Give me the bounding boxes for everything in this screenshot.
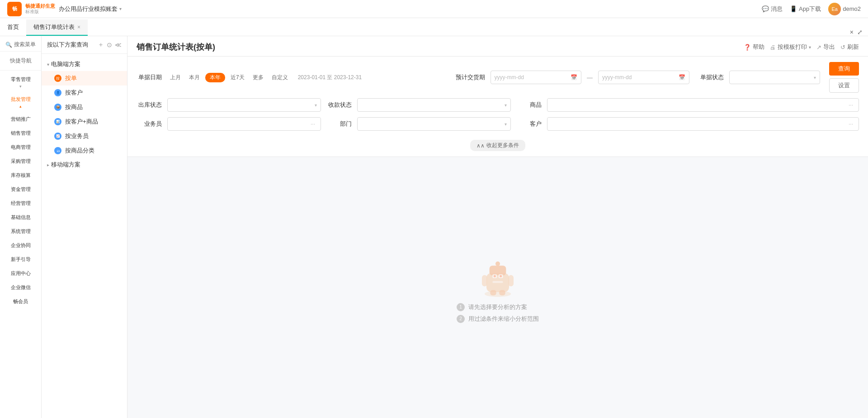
bill-status-select[interactable]: ▾ — [729, 71, 820, 84]
ship-status-select[interactable]: ▾ — [167, 98, 321, 112]
sidebar: 🔍 搜索菜单 快捷导航 零售管理 ▾ 批发管理 ▴ 营销推广 销售管理 电商管理 — [0, 36, 42, 418]
ecommerce-label: 电商管理 — [11, 144, 31, 151]
salesman-ellipsis-icon[interactable]: ··· — [311, 121, 317, 127]
sidebar-quick-nav[interactable]: 快捷导航 — [0, 52, 41, 71]
sidebar-item-vip[interactable]: 畅会员 — [0, 294, 41, 309]
sidebar-item-marketing[interactable]: 营销推广 — [0, 112, 41, 126]
expected-date-label: 预计交货期 — [456, 73, 485, 81]
scheme-group-mobile: ▸ 移动端方案 — [42, 158, 127, 171]
scheme-collapse-icon[interactable]: ≪ — [115, 41, 122, 48]
avatar: Ea — [828, 3, 841, 15]
sidebar-item-inventory[interactable]: 库存核算 — [0, 168, 41, 182]
apps-label: 应用中心 — [11, 270, 31, 277]
sidebar-item-finance[interactable]: 资金管理 — [0, 182, 41, 196]
retail-label: 零售管理 — [11, 76, 31, 83]
system-label: 系统管理 — [11, 228, 31, 235]
tab-sales-order-stat[interactable]: 销售订单统计表 × — [26, 19, 88, 36]
finance-label: 资金管理 — [11, 186, 31, 193]
customer-label: 客户 — [516, 120, 542, 128]
sidebar-item-system[interactable]: 系统管理 — [0, 224, 41, 238]
sidebar-search[interactable]: 🔍 搜索菜单 — [0, 36, 41, 52]
svg-rect-11 — [490, 290, 496, 295]
salesman-input[interactable]: ··· — [167, 117, 321, 131]
user-profile[interactable]: Ea demo2 — [828, 3, 861, 15]
refresh-icon: ↺ — [840, 44, 845, 51]
scheme-group-pc-header[interactable]: ▾ 电脑端方案 — [42, 57, 127, 71]
help-label: 帮助 — [753, 43, 764, 51]
workspace-selector[interactable]: 办公用品行业模拟账套 ▾ — [59, 5, 122, 13]
query-button[interactable]: 查询 — [829, 62, 859, 76]
department-select[interactable]: ▾ — [357, 117, 511, 131]
newbie-label: 新手引导 — [11, 256, 31, 263]
svg-point-6 — [494, 275, 496, 277]
scheme-icon-by-customer-product: 📊 — [54, 118, 61, 125]
scheme-item-by-staff[interactable]: 📈 按业务员 — [42, 129, 127, 143]
tab-sales-label: 销售订单统计表 — [33, 23, 75, 31]
sidebar-item-sales[interactable]: 销售管理 — [0, 126, 41, 140]
tab-bar-actions: × ⤢ — [844, 28, 868, 36]
scheme-add-icon[interactable]: ＋ — [98, 41, 104, 49]
tab-home[interactable]: 首页 — [0, 19, 26, 36]
bill-status-label: 单据状态 — [698, 73, 724, 81]
scheme-item-by-order[interactable]: 按 按单 — [42, 71, 127, 86]
btn-more[interactable]: 更多 — [250, 72, 266, 83]
sidebar-item-wholesale[interactable]: 批发管理 ▴ — [0, 92, 41, 112]
corpwechat-label: 企业微信 — [11, 284, 31, 291]
btn-this-year[interactable]: 本年 — [205, 73, 225, 82]
export-button[interactable]: ↗ 导出 — [816, 43, 835, 51]
date-range-display: 2023-01-01 至 2023-12-31 — [298, 74, 362, 81]
group-pc-label: 电脑端方案 — [51, 60, 80, 68]
tab-close-all-icon[interactable]: × — [850, 28, 854, 36]
enterprise-label: 企业协同 — [11, 242, 31, 249]
sidebar-item-purchase[interactable]: 采购管理 — [0, 154, 41, 168]
department-chevron-icon: ▾ — [505, 122, 507, 127]
collapse-button[interactable]: ∧∧ 收起更多条件 — [470, 140, 525, 151]
scheme-panel-header: 按以下方案查询 ＋ ⊙ ≪ — [42, 36, 127, 54]
customer-input[interactable]: ··· — [547, 117, 859, 131]
scheme-group-mobile-header[interactable]: ▸ 移动端方案 — [42, 158, 127, 171]
btn-custom[interactable]: 自定义 — [269, 72, 291, 83]
product-input[interactable]: ··· — [547, 98, 859, 112]
tab-close-icon[interactable]: × — [77, 24, 80, 30]
app-download-button[interactable]: 📱 App下载 — [790, 5, 821, 13]
sidebar-item-newbie[interactable]: 新手引导 — [0, 252, 41, 266]
scheme-label-by-staff: 按业务员 — [65, 132, 89, 140]
scheme-item-by-category[interactable]: 🗂 按商品分类 — [42, 143, 127, 158]
expected-date-from-input[interactable]: yyyy-mm-dd 📅 — [491, 71, 581, 84]
pay-status-label: 收款状态 — [326, 101, 352, 109]
svg-point-7 — [500, 275, 502, 277]
message-label: 消息 — [771, 5, 783, 13]
scheme-item-by-customer-product[interactable]: 📊 按客户+商品 — [42, 114, 127, 129]
ship-status-chevron-icon: ▾ — [315, 103, 317, 108]
svg-rect-10 — [508, 275, 514, 286]
pay-status-select[interactable]: ▾ — [357, 98, 511, 112]
sidebar-item-basics[interactable]: 基础信息 — [0, 210, 41, 224]
sidebar-search-label: 搜索菜单 — [14, 41, 36, 48]
sidebar-item-corpwechat[interactable]: 企业微信 — [0, 280, 41, 294]
customer-ellipsis-icon[interactable]: ··· — [849, 121, 855, 127]
refresh-button[interactable]: ↺ 刷新 — [840, 43, 859, 51]
sidebar-item-ecommerce[interactable]: 电商管理 — [0, 140, 41, 154]
help-button[interactable]: ❓ 帮助 — [744, 43, 764, 51]
btn-this-month[interactable]: 本月 — [186, 72, 203, 83]
sidebar-item-apps[interactable]: 应用中心 — [0, 266, 41, 280]
sidebar-item-enterprise[interactable]: 企业协同 — [0, 238, 41, 252]
tab-expand-icon[interactable]: ⤢ — [857, 28, 863, 36]
template-print-button[interactable]: 🖨 按模板打印 ▾ — [770, 43, 811, 51]
expected-date-to-input[interactable]: yyyy-mm-dd 📅 — [598, 71, 689, 84]
sidebar-item-retail[interactable]: 零售管理 ▾ — [0, 72, 41, 92]
btn-last-month[interactable]: 上月 — [167, 72, 184, 83]
message-button[interactable]: 💬 消息 — [762, 5, 783, 13]
scheme-item-by-customer[interactable]: 👤 按客户 — [42, 86, 127, 100]
setting-button[interactable]: 设置 — [829, 78, 859, 93]
quick-nav-label: 快捷导航 — [0, 54, 41, 67]
scheme-item-by-product[interactable]: 📦 按商品 — [42, 100, 127, 114]
refresh-label: 刷新 — [847, 43, 859, 51]
empty-tip-2: 2 用过滤条件来缩小分析范围 — [457, 315, 539, 323]
btn-last-7[interactable]: 近7天 — [228, 72, 247, 83]
group-pc-chevron-icon: ▾ — [47, 62, 49, 67]
scheme-settings-icon[interactable]: ⊙ — [107, 41, 112, 48]
empty-tip-1: 1 请先选择要分析的方案 — [457, 303, 539, 311]
product-ellipsis-icon[interactable]: ··· — [849, 102, 855, 108]
sidebar-item-operations[interactable]: 经营管理 — [0, 196, 41, 210]
